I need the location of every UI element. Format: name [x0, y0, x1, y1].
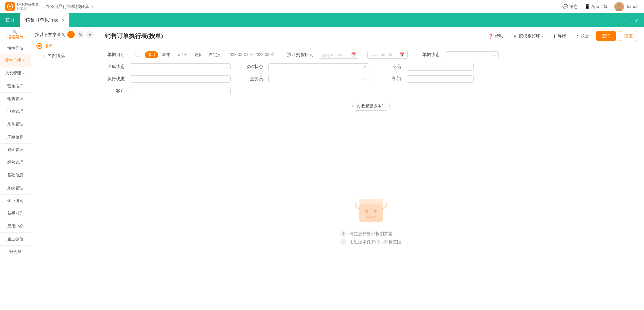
print-dropdown-icon[interactable]: ▾	[542, 34, 543, 38]
expected-delivery-inputs: yyyy-mm-dd 📅 — yyyy-mm-dd 📅	[319, 51, 408, 59]
tab-maximize-button[interactable]: ⤢	[632, 15, 641, 25]
query-button[interactable]: 查询	[596, 31, 616, 41]
sub-item-icon: ○	[43, 53, 45, 58]
settings-button[interactable]: 设置	[620, 31, 637, 41]
svg-rect-4	[359, 204, 383, 222]
empty-hint-1: 1 请先选择要分析的方案	[340, 231, 401, 237]
top-header: 畅捷通好生意 标准版 | 办公用品行业模拟账套 ▾ 💬 消息 📱 App下载 d…	[0, 0, 644, 13]
dept-select[interactable]: ∨	[407, 75, 474, 83]
breadcrumb-arrow[interactable]: ▾	[92, 4, 94, 9]
breadcrumb-separator: |	[42, 4, 43, 9]
doc-status-select[interactable]: ∨	[445, 51, 499, 58]
scheme-sub-debt[interactable]: ○ 欠货情况	[34, 51, 95, 60]
calendar-icon-start: 📅	[351, 52, 356, 57]
delivery-status-select[interactable]: ∨	[130, 63, 231, 70]
export-button[interactable]: ⬇ 导出	[550, 32, 569, 40]
delivery-date-end[interactable]: yyyy-mm-dd 📅	[367, 51, 408, 59]
sidebar-item-purchase[interactable]: 采购管理	[0, 118, 31, 131]
sidebar-item-retail[interactable]: 零售管理 ▼	[0, 54, 31, 67]
delivery-date-start[interactable]: yyyy-mm-dd 📅	[319, 51, 359, 59]
collection-status-label: 收款状态	[243, 64, 263, 70]
collapse-button[interactable]: ⋀ 收起更多条件	[352, 102, 390, 111]
sidebar-item-newbie[interactable]: 新手引导	[0, 207, 31, 220]
empty-illustration	[351, 185, 391, 225]
date-tab-custom[interactable]: 自定义	[206, 51, 224, 58]
delivery-status-label: 出库状态	[105, 64, 125, 70]
tab-home[interactable]: 首页	[0, 13, 20, 27]
sidebar-item-enterprise[interactable]: 企业协同	[0, 195, 31, 207]
collapse-panel-button[interactable]: «	[86, 31, 94, 38]
tab-close-icon[interactable]: ×	[62, 18, 64, 22]
sidebar-item-finance[interactable]: 资金管理	[0, 144, 31, 156]
filter-row-date: 单据日期 上月 本月 本年 近7天 更多 自定义 2023-03-01 至 20…	[105, 51, 637, 59]
sidebar-item-wholesale[interactable]: 批发管理 ▲	[0, 67, 31, 80]
date-tab-this-year[interactable]: 本年	[160, 51, 173, 58]
sidebar-item-basic[interactable]: 基础信息	[0, 169, 31, 182]
add-scheme-button[interactable]: +	[67, 31, 75, 38]
user-area[interactable]: demo2	[614, 2, 639, 11]
date-tab-last-month[interactable]: 上月	[130, 51, 144, 58]
message-button[interactable]: 💬 消息	[562, 4, 578, 10]
dept-label: 部门	[381, 76, 401, 82]
sidebar-search[interactable]: 🔍 搜索菜单	[0, 27, 31, 43]
sidebar-item-operations[interactable]: 经营管理	[0, 156, 31, 169]
date-tab-more[interactable]: 更多	[192, 51, 205, 58]
exec-status-label: 执行状态	[105, 76, 125, 82]
breadcrumb: 办公用品行业模拟账套	[45, 4, 89, 10]
goods-label: 商品	[381, 64, 401, 70]
tab-bar-actions: — ⤢	[620, 15, 644, 25]
collection-status-select[interactable]: ∨	[268, 63, 369, 70]
scheme-item-order[interactable]: 按单	[34, 41, 95, 51]
sidebar-quick-nav[interactable]: 快捷导航	[0, 43, 31, 54]
sidebar-item-system[interactable]: 系统管理	[0, 182, 31, 195]
search-icon: 🔍	[13, 30, 18, 34]
refresh-button[interactable]: ↻ 刷新	[573, 32, 592, 40]
collapse-arrow-icon: ⋀	[357, 104, 360, 109]
sidebar-item-inventory[interactable]: 库存核算	[0, 131, 31, 144]
page-actions: ❓ 帮助 🖨 按模板打印 ▾ ⬇ 导出 ↻ 刷新	[485, 31, 637, 41]
sidebar-item-marketing[interactable]: 营销推广	[0, 80, 31, 93]
panel-title: 按以下方案查询	[35, 32, 65, 38]
tab-sales-order[interactable]: 销售订单执行表 ×	[20, 13, 69, 27]
doc-status-label: 单据状态	[420, 52, 440, 58]
app-download-button[interactable]: 📱 App下载	[585, 4, 608, 10]
scheme-radio-order	[36, 43, 42, 49]
collapse-area: ⋀ 收起更多条件	[105, 99, 637, 115]
exec-status-select[interactable]: ∨	[130, 75, 231, 83]
dept-arrow: ∨	[468, 77, 471, 81]
tab-minimize-button[interactable]: —	[620, 15, 629, 25]
left-panel-header: 按以下方案查询 + ✎ «	[34, 31, 95, 38]
salesman-select[interactable]: ···	[268, 75, 369, 83]
content-area: 销售订单执行表(按单) ❓ 帮助 🖨 按模板打印 ▾ ⬇ 导出	[98, 27, 644, 310]
panel-actions: + ✎ «	[67, 31, 94, 38]
message-icon: 💬	[562, 4, 568, 9]
date-tab-last7days[interactable]: 近7天	[174, 51, 190, 58]
goods-more-icon[interactable]: ···	[467, 64, 471, 69]
print-button[interactable]: 🖨 按模板打印 ▾	[510, 32, 546, 40]
date-tab-this-month[interactable]: 本月	[145, 51, 158, 58]
collection-status-arrow: ∨	[364, 65, 366, 69]
filter-row-status: 出库状态 ∨ 收款状态 ∨ 商品 ···	[105, 63, 637, 71]
logo-icon	[5, 2, 15, 11]
expected-delivery-label: 预计交货日期	[287, 52, 313, 58]
svg-point-6	[365, 210, 368, 213]
retail-expand-icon: ▼	[22, 59, 26, 62]
sidebar-item-sales[interactable]: 销售管理	[0, 93, 31, 105]
avatar	[614, 2, 624, 11]
page-title: 销售订单执行表(按单)	[105, 32, 163, 40]
filter-area: 单据日期 上月 本月 本年 近7天 更多 自定义 2023-03-01 至 20…	[98, 45, 644, 120]
sidebar-item-wechat[interactable]: 企业微信	[0, 233, 31, 246]
date-range-display: 2023-03-01 至 2023-03-31	[228, 52, 275, 58]
sidebar-item-appcenter[interactable]: 应用中心	[0, 220, 31, 233]
help-button[interactable]: ❓ 帮助	[485, 32, 506, 40]
edit-scheme-button[interactable]: ✎	[77, 31, 84, 38]
goods-select[interactable]: ···	[407, 63, 474, 71]
exec-status-arrow: ∨	[225, 77, 228, 81]
sidebar-item-member[interactable]: 畅会员	[0, 246, 31, 258]
date-label: 单据日期	[105, 52, 125, 58]
salesman-more-icon[interactable]: ···	[363, 76, 366, 81]
help-icon: ❓	[488, 34, 493, 39]
sidebar-item-ecommerce[interactable]: 电商管理	[0, 105, 31, 118]
customer-select[interactable]: ···	[130, 87, 231, 95]
customer-more-icon[interactable]: ···	[224, 89, 228, 93]
